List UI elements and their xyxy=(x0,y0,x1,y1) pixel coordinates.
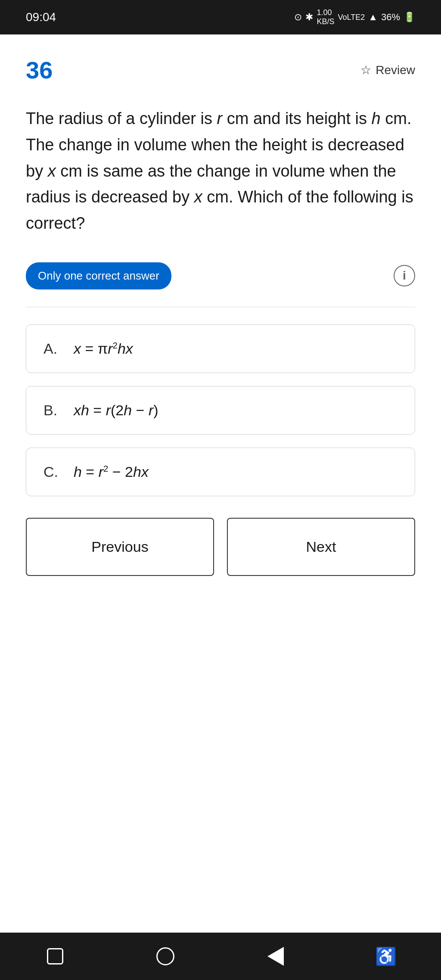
circle-shape xyxy=(156,947,174,965)
status-time: 09:04 xyxy=(26,10,56,24)
signal-icon: ▲ xyxy=(368,12,378,23)
circle-nav-icon[interactable] xyxy=(152,943,178,969)
square-shape xyxy=(47,948,63,964)
status-bar: 09:04 ⊙ ✱ 1.00KB/S VoLTE2 ▲ 36% 🔋 xyxy=(0,0,441,34)
question-number: 36 xyxy=(26,56,53,84)
square-nav-icon[interactable] xyxy=(42,943,68,969)
info-icon[interactable]: i xyxy=(394,265,415,286)
divider xyxy=(26,307,415,307)
question-header: 36 ☆ Review xyxy=(26,56,415,84)
question-text: The radius of a cylinder is r cm and its… xyxy=(26,106,415,236)
status-icons: ⊙ ✱ 1.00KB/S VoLTE2 ▲ 36% 🔋 xyxy=(294,8,415,26)
alarm-icon: ⊙ xyxy=(294,12,302,23)
main-content: 36 ☆ Review The radius of a cylinder is … xyxy=(0,34,441,939)
bottom-nav: ♿ xyxy=(0,933,441,980)
info-symbol: i xyxy=(403,269,406,283)
answer-type-section: Only one correct answer i xyxy=(26,262,415,289)
nav-buttons: Previous Next xyxy=(26,518,415,576)
volte-icon: VoLTE2 xyxy=(338,13,365,22)
option-c-label: C. xyxy=(43,464,61,480)
option-b-label: B. xyxy=(43,402,61,419)
bluetooth-icon: ✱ xyxy=(305,12,313,23)
back-nav-icon[interactable] xyxy=(263,943,289,969)
option-c-text: h = r2 − 2hx xyxy=(74,464,149,480)
option-a-label: A. xyxy=(43,340,61,357)
review-button[interactable]: ☆ Review xyxy=(360,63,415,77)
previous-button[interactable]: Previous xyxy=(26,518,214,576)
star-icon: ☆ xyxy=(360,63,371,77)
triangle-shape xyxy=(267,947,284,966)
next-button[interactable]: Next xyxy=(227,518,415,576)
network-info: 1.00KB/S xyxy=(317,8,334,26)
option-a-text: x = πr2hx xyxy=(74,340,133,357)
review-label: Review xyxy=(376,63,415,77)
answer-badge: Only one correct answer xyxy=(26,262,171,289)
option-c[interactable]: C. h = r2 − 2hx xyxy=(26,448,415,496)
option-b-text: xh = r(2h − r) xyxy=(74,402,158,419)
answer-options: A. x = πr2hx B. xh = r(2h − r) C. h = r2… xyxy=(26,324,415,496)
person-icon: ♿ xyxy=(375,946,397,967)
option-b[interactable]: B. xh = r(2h − r) xyxy=(26,386,415,435)
battery-text: 36% xyxy=(381,12,400,23)
option-a[interactable]: A. x = πr2hx xyxy=(26,324,415,373)
battery-icon: 🔋 xyxy=(404,12,415,23)
accessibility-nav-icon[interactable]: ♿ xyxy=(373,943,399,969)
